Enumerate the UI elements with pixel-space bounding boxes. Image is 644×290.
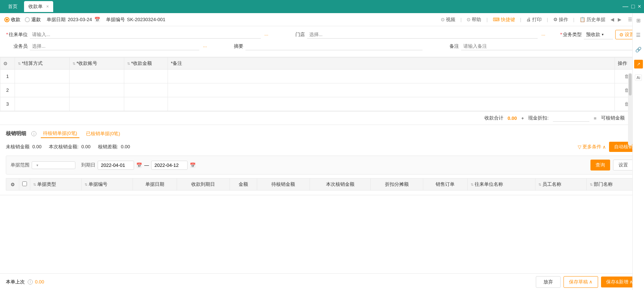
bth-checkbox[interactable] — [19, 179, 30, 191]
notes-input[interactable] — [461, 42, 638, 50]
sort-icon2: ⇅ — [72, 62, 75, 66]
discount-input[interactable] — [553, 114, 589, 122]
video-btn[interactable]: ⊙ 视频 — [441, 16, 455, 23]
bth-dept: ⇅ 部门名称 — [587, 179, 638, 191]
date-label: 单据日期 — [47, 16, 66, 23]
row-note-3[interactable] — [168, 97, 615, 111]
query-btn[interactable]: 查询 — [590, 160, 610, 171]
business-type-label: 业务类型 — [560, 31, 582, 38]
bth-doc-number: ⇅ 单据编号 — [81, 179, 133, 191]
sort-icon: ⇅ — [18, 62, 21, 66]
th-gear[interactable]: ⚙ — [0, 58, 15, 70]
date-range: 📅 — 📅 — [98, 161, 196, 170]
radio-return-dot — [25, 17, 30, 22]
radio-receive[interactable]: 收款 — [4, 16, 20, 23]
bth-staff: ⇅ 员工名称 — [535, 179, 587, 191]
filter-settings-btn[interactable]: 设置 — [613, 160, 633, 171]
sidebar-expand-icon[interactable]: ↗ — [634, 60, 643, 68]
last-value: 0.00 — [35, 279, 44, 285]
main-content: 收款 退款 单据日期 2023-03-24 📅 单据编号 SK-20230324… — [0, 13, 644, 290]
history-btn[interactable]: 📋 历史单据 — [580, 16, 605, 23]
business-type-select[interactable]: 预收款 ▾ — [584, 30, 613, 39]
summary-input[interactable] — [246, 42, 423, 50]
operations-icon: ⚙ — [553, 17, 558, 22]
bth-discount: 折扣分摊额 — [370, 179, 423, 191]
row-account-3[interactable] — [70, 97, 124, 111]
tab-home[interactable]: 首页 — [3, 1, 23, 12]
table-gear-icon[interactable]: ⚙ — [3, 61, 8, 66]
date-separator: — — [144, 162, 149, 168]
store-input[interactable] — [307, 31, 538, 39]
row-amount-1[interactable] — [124, 70, 168, 83]
store-more-btn[interactable]: ··· — [541, 32, 545, 38]
pending-tab[interactable]: 待核销单据(0笔) — [41, 129, 79, 138]
bth-doc-type: ⇅ 单据类型 — [30, 179, 82, 191]
window-minimize-btn[interactable]: — — [623, 3, 628, 10]
discount-label: 现金折扣: — [528, 115, 549, 121]
btable-gear-icon[interactable]: ⚙ — [11, 182, 15, 187]
date-value[interactable]: 2023-03-24 — [68, 17, 92, 22]
calendar-end-icon[interactable]: 📅 — [190, 162, 196, 168]
scrollbar-area[interactable] — [628, 73, 632, 146]
video-icon: ⊙ — [441, 17, 445, 22]
sidebar-link-icon[interactable]: 🔗 — [634, 45, 643, 54]
nav-arrows: ◀ ▶ — [609, 16, 623, 23]
operations-btn[interactable]: ⚙ 操作 — [553, 16, 568, 23]
diff-stat: 核销差额: 0.00 — [98, 144, 130, 150]
save-draft-btn[interactable]: 保存草稿 ∧ — [564, 276, 598, 288]
row-num-3: 3 — [0, 97, 15, 111]
nav-left-btn[interactable]: ◀ — [609, 16, 616, 23]
form-row-2: 业务员 ··· 摘要 备注 — [6, 42, 638, 50]
doc-number-value[interactable]: SK-20230324-001 — [127, 17, 166, 22]
row-amount-3[interactable] — [124, 97, 168, 111]
due-date-start-input[interactable] — [98, 161, 134, 170]
window-close-btn[interactable]: × — [638, 3, 641, 10]
nav-right-btn[interactable]: ▶ — [616, 16, 623, 23]
row-settle-1[interactable] — [15, 70, 70, 83]
row-amount-2[interactable] — [124, 83, 168, 97]
row-note-1[interactable] — [168, 70, 615, 83]
row-account-1[interactable] — [70, 70, 124, 83]
staff-input[interactable] — [30, 42, 199, 50]
window-maximize-btn[interactable]: □ — [631, 3, 635, 10]
row-settle-2[interactable] — [15, 83, 70, 97]
scrollbar-thumb[interactable] — [629, 74, 632, 95]
sidebar-list-icon[interactable]: ☰ — [634, 31, 643, 39]
bth-amount: 金额 — [229, 179, 257, 191]
staff-more-btn[interactable]: ··· — [203, 44, 207, 49]
range-select[interactable]: ▾ — [32, 161, 75, 169]
sidebar-table-icon[interactable]: ⊞ — [634, 16, 643, 25]
row-settle-3[interactable] — [15, 97, 70, 111]
select-all-checkbox[interactable] — [22, 181, 27, 186]
ai-badge[interactable]: Ai — [635, 74, 642, 81]
calendar-icon[interactable]: 📅 — [94, 17, 100, 22]
abandon-btn[interactable]: 放弃 — [536, 276, 561, 288]
store-field: 门店 ··· — [283, 31, 546, 39]
more-filters-btn[interactable]: ▽ 更多条件 ∧ — [578, 144, 606, 150]
due-date-field: 到期日 📅 — 📅 — [81, 161, 196, 170]
shortcut-btn[interactable]: ⌨ 快捷键 — [493, 16, 515, 23]
calendar-start-icon[interactable]: 📅 — [136, 162, 142, 168]
bottom-table: ⚙ ⇅ 单据类型 ⇅ — [6, 178, 638, 191]
history-icon: 📋 — [580, 17, 585, 22]
summary-field: 摘要 — [221, 42, 423, 50]
top-toolbar: 收款 退款 单据日期 2023-03-24 📅 单据编号 SK-20230324… — [0, 13, 644, 26]
radio-return[interactable]: 退款 — [25, 16, 41, 23]
row-note-2[interactable] — [168, 83, 615, 97]
table-row: 2 🗑 ⧉ — [0, 83, 644, 97]
completed-tab[interactable]: 已核销单据(0笔) — [84, 130, 122, 138]
counterpart-input[interactable] — [30, 31, 261, 39]
help-btn[interactable]: ⊙ 帮助 — [467, 16, 481, 23]
tab-active[interactable]: 收款单 × — [24, 1, 53, 12]
tab-close-btn[interactable]: × — [46, 4, 49, 9]
print-btn[interactable]: 🖨 打印 — [526, 16, 542, 23]
right-sidebar: ⊞ ☰ 🔗 ↗ Ai — [632, 13, 644, 290]
counterpart-more-btn[interactable]: ··· — [264, 32, 268, 38]
bth-gear[interactable]: ⚙ — [6, 179, 19, 191]
radio-receive-label: 收款 — [11, 16, 20, 23]
tab-bar-left: 首页 收款单 × — [3, 1, 53, 12]
due-date-end-input[interactable] — [151, 161, 188, 170]
row-account-2[interactable] — [70, 83, 124, 97]
writeoff-info-icon[interactable]: i — [31, 131, 36, 136]
footer-info-icon[interactable]: i — [28, 279, 33, 285]
